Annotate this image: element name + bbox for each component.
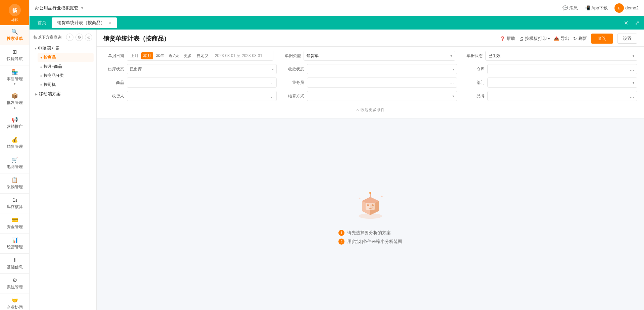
doc-status-arrow-icon: ▾ — [633, 54, 634, 58]
tree-section-pc[interactable]: ▾ 电脑端方案 — [32, 44, 94, 53]
tree-item-by-category[interactable]: ≡ 按商品分类 — [38, 71, 94, 80]
goods-dots-icon[interactable]: … — [269, 80, 274, 85]
settings-btn[interactable]: 设置 — [617, 34, 637, 44]
tree-section-mobile[interactable]: ▶ 移动端方案 — [32, 89, 94, 99]
sidebar-item-sales[interactable]: 💰 销售管理 — [0, 133, 29, 153]
goods-filter[interactable]: … — [127, 78, 277, 88]
sidebar-item-ecommerce[interactable]: 🛒 电商管理 — [0, 153, 29, 173]
receiver-filter[interactable]: … — [127, 91, 277, 101]
tree-item-by-category-label: 按商品分类 — [44, 73, 64, 79]
tree-item-by-driver[interactable]: ≡ 按司机 — [38, 80, 94, 89]
sidebar-item-cooperation[interactable]: 🤝 企业协同 — [0, 294, 29, 310]
sidebar-item-finance-label: 资金管理 — [7, 224, 23, 230]
tab-close-all-btn[interactable]: ✕ — [622, 19, 630, 27]
collapse-filter-btn[interactable]: ∧ 收起更多条件 — [356, 107, 384, 113]
workspace-arrow[interactable]: ▾ — [81, 6, 83, 10]
sidebar-item-retail[interactable]: 🏪 零售管理 ▾ — [0, 65, 29, 89]
date-tab-custom[interactable]: 自定义 — [195, 52, 211, 59]
sidebar-item-search[interactable]: 🔍 搜索菜单 — [0, 25, 29, 45]
sidebar-item-system-label: 系统管理 — [7, 285, 23, 290]
sidebar-item-wholesale[interactable]: 📦 批发管理 ▴ — [0, 89, 29, 113]
sidebar-item-system[interactable]: ⚙ 系统管理 — [0, 274, 29, 294]
doc-type-filter[interactable]: 销货单 ▾ — [304, 51, 455, 61]
brand-filter[interactable]: … — [487, 91, 637, 101]
print-btn[interactable]: 🖨 按模板打印 ▾ — [519, 36, 550, 42]
payment-status-label: 收款状态 — [283, 66, 307, 72]
sidebar-item-operation[interactable]: 📊 经营管理 — [0, 234, 29, 254]
brand-label: 品牌 — [464, 93, 487, 99]
tree-item-by-month-goods[interactable]: ≡ 按月+商品 — [38, 62, 94, 71]
sidebar-logo-text: 标账 — [11, 17, 18, 22]
dept-filter[interactable]: ▾ — [487, 78, 637, 88]
receiver-dots-icon[interactable]: … — [269, 93, 274, 99]
tree-section-mobile-label: 移动端方案 — [39, 91, 61, 97]
left-panel: 按以下方案查询 + ⚙ « ▾ 电脑端方案 ● 按商品 ≡ — [30, 30, 97, 310]
refresh-icon: ↻ — [573, 36, 577, 41]
date-tab-last-month[interactable]: 上月 — [128, 52, 141, 59]
sidebar-item-cooperation-label: 企业协同 — [7, 305, 23, 310]
purchase-icon: 📋 — [11, 177, 18, 183]
out-status-filter[interactable]: 已出库 ▾ — [127, 64, 277, 74]
add-scheme-btn[interactable]: + — [66, 34, 73, 41]
help-btn[interactable]: ❓ 帮助 — [500, 36, 515, 42]
empty-tips: 1 请先选择要分析的方案 2 用[过滤]条件来缩小分析范围 — [338, 230, 402, 245]
svg-text:畅: 畅 — [12, 8, 17, 13]
salesman-filter[interactable]: … — [307, 78, 457, 88]
tab-home[interactable]: 首页 — [32, 17, 52, 28]
settings-scheme-btn[interactable]: ⚙ — [75, 34, 83, 41]
refresh-btn[interactable]: ↻ 刷新 — [573, 36, 587, 42]
app-download-btn[interactable]: 📲 App下载 — [585, 5, 608, 11]
sidebar-item-marketing[interactable]: 📢 营销推广 — [0, 113, 29, 133]
user-profile[interactable]: E demo2 — [614, 3, 639, 13]
user-name: demo2 — [625, 5, 639, 10]
cooperation-icon: 🤝 — [11, 297, 18, 304]
date-filter[interactable]: 上月 本月 本年 近7天 更多 自定义 2023-03-01 至 2023-03… — [127, 51, 273, 61]
tab-report-label: 销货单统计表（按商品） — [57, 20, 105, 26]
payment-method-arrow-icon: ▾ — [452, 94, 454, 98]
message-btn[interactable]: 💬 消息 — [562, 5, 578, 11]
collapse-panel-btn[interactable]: « — [85, 34, 92, 41]
sidebar-item-basic[interactable]: ℹ 基础信息 — [0, 254, 29, 274]
print-label: 按模板打印 — [525, 36, 547, 42]
filter-row-2: 出库状态 已出库 ▾ 收款状态 ▾ 仓库 … — [103, 64, 637, 74]
sidebar-item-wholesale-label: 批发管理 — [7, 100, 23, 106]
brand-dots-icon[interactable]: … — [630, 93, 634, 99]
tree-item-by-goods[interactable]: ● 按商品 — [38, 53, 94, 62]
sidebar-item-finance[interactable]: 💳 资金管理 — [0, 213, 29, 234]
warehouse-dots-icon[interactable]: … — [630, 66, 634, 72]
payment-status-filter[interactable]: ▾ — [307, 64, 457, 74]
tab-close-icon[interactable]: ✕ — [108, 20, 112, 25]
collapse-row: ∧ 收起更多条件 — [103, 104, 637, 114]
payment-method-filter[interactable]: ▾ — [307, 91, 457, 101]
right-panel: 销货单统计表（按商品） ❓ 帮助 🖨 按模板打印 ▾ 📤 导出 — [97, 30, 644, 310]
workspace-name[interactable]: 办公用品行业模拟账套 — [35, 5, 78, 11]
sidebar-logo[interactable]: 畅 标账 — [0, 0, 29, 25]
warehouse-filter[interactable]: … — [487, 64, 637, 74]
sidebar-item-nav[interactable]: ⊞ 快捷导航 — [0, 45, 29, 65]
tab-expand-btn[interactable]: ⤢ — [633, 19, 641, 27]
tree-item-by-month-goods-label: 按月+商品 — [44, 64, 62, 69]
query-btn[interactable]: 查询 — [591, 34, 613, 44]
tree-expand-icon: ▾ — [35, 47, 37, 50]
sidebar-item-purchase[interactable]: 📋 采购管理 — [0, 173, 29, 194]
tree-active-icon: ● — [40, 56, 42, 59]
sidebar-item-operation-label: 经营管理 — [7, 244, 23, 250]
date-tab-more[interactable]: 更多 — [182, 52, 194, 59]
doc-status-filter[interactable]: 已生效 ▾ — [485, 51, 637, 61]
tab-home-label: 首页 — [38, 20, 46, 26]
salesman-dots-icon[interactable]: … — [449, 80, 454, 85]
tree-children-pc: ● 按商品 ≡ 按月+商品 ≡ 按商品分类 ≡ 按司机 — [32, 53, 94, 89]
panel-actions: 按以下方案查询 + ⚙ « — [30, 34, 96, 44]
export-btn[interactable]: 📤 导出 — [554, 36, 569, 42]
system-icon: ⚙ — [12, 277, 17, 283]
sidebar-item-inventory[interactable]: 🗂 库存核算 — [0, 194, 29, 213]
date-tab-7days[interactable]: 近7天 — [167, 52, 181, 59]
inventory-icon: 🗂 — [12, 197, 17, 203]
empty-illustration: ✦ ✦ — [350, 184, 390, 224]
tab-report[interactable]: 销货单统计表（按商品） ✕ — [52, 17, 117, 28]
sidebar-item-ecommerce-label: 电商管理 — [7, 164, 23, 170]
date-tab-this-year[interactable]: 本年 — [154, 52, 166, 59]
date-tab-this-month[interactable]: 本月 — [141, 52, 153, 59]
out-status-arrow-icon: ▾ — [272, 67, 274, 71]
svg-point-8 — [367, 204, 369, 206]
